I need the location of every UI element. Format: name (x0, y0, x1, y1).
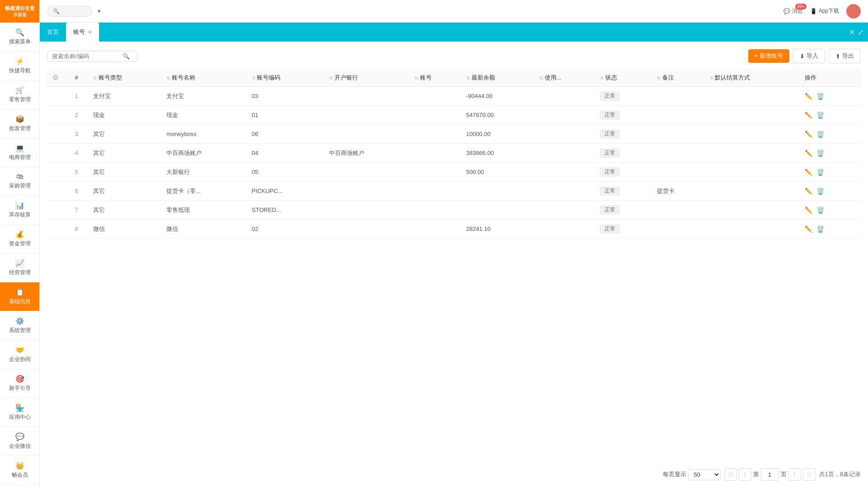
col-account-code[interactable]: ⇅ 账号编码 (246, 69, 324, 87)
edit-button-5[interactable]: ✏️ (805, 188, 812, 195)
page-input[interactable] (761, 468, 779, 481)
prev-page-button[interactable]: ⟨ (739, 468, 751, 481)
sidebar-item-fund-mgmt[interactable]: 💰 资金管理 (0, 225, 39, 253)
ecommerce-mgmt-icon: 💻 (2, 144, 38, 152)
sidebar-item-new-guide[interactable]: 🎯 新手引导 (0, 369, 39, 398)
row-bank-7 (324, 220, 409, 239)
app-download-label: App下载 (819, 7, 839, 15)
edit-button-6[interactable]: ✏️ (805, 206, 812, 214)
edit-button-3[interactable]: ✏️ (805, 150, 812, 157)
row-default-settlement-6 (704, 201, 799, 220)
search-box[interactable]: 🔍 (47, 51, 137, 62)
sidebar-item-operations-mgmt[interactable]: 📈 经营管理 (0, 253, 39, 282)
sidebar-item-ecommerce-mgmt[interactable]: 💻 电商管理 (0, 138, 39, 167)
row-bank-4 (324, 163, 409, 182)
delete-button-2[interactable]: 🗑️ (816, 131, 824, 138)
quick-nav-icon: ⚡ (2, 57, 38, 66)
top-bar-dropdown[interactable]: ▾ (98, 8, 101, 14)
sidebar-item-inventory[interactable]: 📊 库存核算 (0, 196, 39, 225)
first-page-button[interactable]: ⟨⟨ (724, 468, 737, 481)
logo-line2: 乐版版 (5, 12, 35, 18)
edit-button-0[interactable]: ✏️ (805, 93, 812, 100)
delete-button-5[interactable]: 🗑️ (816, 188, 824, 195)
vip-member-icon: 👑 (2, 461, 38, 470)
sidebar-item-label: 新手引导 (2, 385, 38, 392)
export-button[interactable]: ⬆ 导出 (829, 49, 861, 63)
tab-close-icon[interactable]: ✕ (88, 29, 92, 35)
tab-home[interactable]: 首页 (40, 23, 66, 42)
row-account-no-6 (409, 201, 461, 220)
sidebar-item-app-center[interactable]: 🏪 应用中心 (0, 398, 39, 427)
table-row: 3 其它 moneybosx 06 10000.00 正常 ✏️ 🗑️ (47, 125, 861, 144)
col-bank[interactable]: ⇅ 开户银行 (324, 69, 409, 87)
col-account-no[interactable]: ⇅ 账号 (409, 69, 461, 87)
page-suffix: 页 (781, 470, 787, 479)
row-status-4: 正常 (594, 163, 651, 182)
sidebar-item-label: 电商管理 (2, 154, 38, 161)
sidebar-item-label: 畅会员 (2, 471, 38, 479)
delete-button-6[interactable]: 🗑️ (816, 206, 824, 214)
col-usage[interactable]: ⇅ 使用... (534, 69, 594, 87)
col-notes[interactable]: ⇅ 备注 (651, 69, 704, 87)
app-download-button[interactable]: 📱 App下载 (810, 7, 839, 15)
row-notes-0 (651, 87, 704, 106)
delete-button-3[interactable]: 🗑️ (816, 150, 824, 157)
table-row: 6 其它 提货卡（零... PICKUPC... 正常 提货卡 ✏️ 🗑️ (47, 182, 861, 201)
sidebar-item-wholesale-mgmt[interactable]: 📦 批发管理 (0, 109, 39, 138)
search-icon[interactable]: 🔍 (123, 53, 130, 60)
close-tab-icon[interactable]: ✕ (849, 28, 855, 37)
maximize-tab-icon[interactable]: ⤢ (858, 28, 863, 37)
message-icon: 💬 (783, 8, 790, 14)
sidebar-item-system-mgmt[interactable]: ⚙️ 系统管理 (0, 311, 39, 340)
row-bank-3: 中百商场账户 (324, 144, 409, 163)
col-default-settlement[interactable]: ⇅ 默认结算方式 (704, 69, 799, 87)
row-default-settlement-5 (704, 182, 799, 201)
sidebar-item-retail-mgmt[interactable]: 🛒 零售管理 (0, 80, 39, 109)
row-notes-1 (651, 106, 704, 125)
edit-button-1[interactable]: ✏️ (805, 112, 812, 119)
last-page-button[interactable]: ⟩⟩ (803, 468, 816, 481)
edit-button-7[interactable]: ✏️ (805, 225, 812, 233)
add-account-button[interactable]: + 新增账号 (748, 49, 789, 63)
tab-account[interactable]: 账号 ✕ (66, 23, 99, 42)
row-account-type-5: 其它 (88, 182, 161, 201)
import-button[interactable]: ⬇ 导入 (793, 49, 825, 63)
row-balance-7: 28241.10 (461, 220, 534, 239)
col-status[interactable]: ⇅ 状态 (594, 69, 651, 87)
next-page-button[interactable]: ⟩ (788, 468, 801, 481)
edit-button-2[interactable]: ✏️ (805, 131, 812, 138)
sidebar-item-search-menu[interactable]: 🔍 搜索菜单 (0, 23, 39, 52)
gear-icon[interactable]: ⚙ (52, 74, 59, 81)
row-account-code-7: 02 (246, 220, 324, 239)
logo-line1: 畅捷通好生意 (5, 5, 35, 11)
sidebar-item-purchase-mgmt[interactable]: 🛍 采购管理 (0, 167, 39, 196)
col-account-name[interactable]: ⇅ 账号名称 (161, 69, 246, 87)
row-account-no-7 (409, 220, 461, 239)
user-avatar[interactable] (846, 4, 861, 19)
sidebar-item-quick-nav[interactable]: ⚡ 快捷导航 (0, 52, 39, 80)
total-text: 共1页，8条记录 (819, 470, 861, 479)
col-settings[interactable]: ⚙ (47, 69, 65, 87)
row-status-6: 正常 (594, 201, 651, 220)
add-account-label: + 新增账号 (755, 52, 783, 60)
sidebar-item-basic-info[interactable]: 📋 基础信息 (0, 282, 39, 311)
edit-button-4[interactable]: ✏️ (805, 169, 812, 176)
sidebar-item-enterprise-wechat[interactable]: 💬 企业微信 (0, 427, 39, 456)
delete-button-7[interactable]: 🗑️ (816, 225, 824, 233)
page-size-select[interactable]: 50 100 200 (688, 469, 721, 480)
delete-button-4[interactable]: 🗑️ (816, 169, 824, 176)
sidebar-item-vip-member[interactable]: 👑 畅会员 (0, 456, 39, 485)
delete-button-1[interactable]: 🗑️ (816, 112, 824, 119)
delete-button-0[interactable]: 🗑️ (816, 93, 824, 100)
row-actions-1: ✏️ 🗑️ (799, 106, 861, 125)
col-account-type[interactable]: ⇅ 账号类型 (88, 69, 161, 87)
sidebar-item-label: 搜索菜单 (2, 38, 38, 46)
row-status-0: 正常 (594, 87, 651, 106)
row-settings-2 (47, 125, 65, 144)
message-button[interactable]: 💬 消息 99+ (783, 7, 803, 15)
row-account-name-0: 支付宝 (161, 87, 246, 106)
sidebar-item-enterprise-agreement[interactable]: 🤝 企业协同 (0, 340, 39, 369)
search-input[interactable] (52, 53, 120, 60)
col-balance[interactable]: ⇅ 最新余额 (461, 69, 534, 87)
row-usage-3 (534, 144, 594, 163)
